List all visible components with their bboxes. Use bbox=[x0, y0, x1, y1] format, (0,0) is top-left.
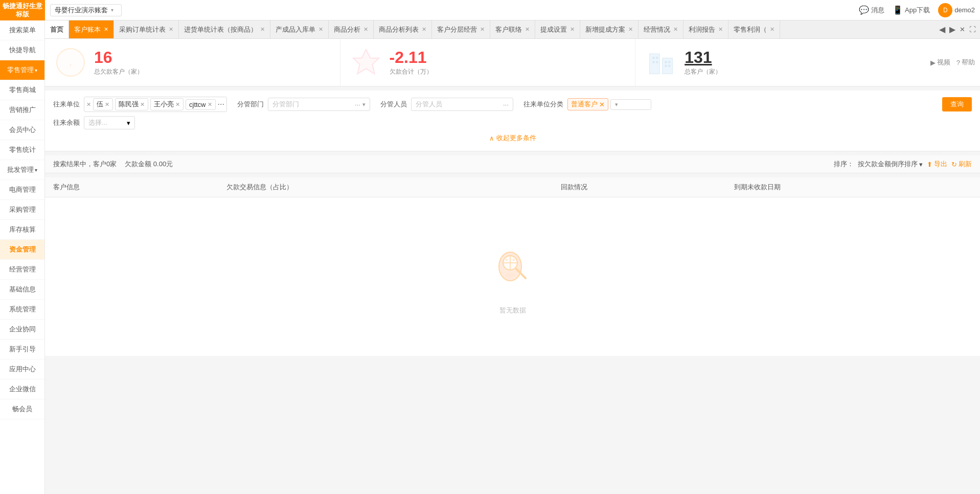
diamond-star-icon bbox=[351, 47, 381, 78]
tab-home[interactable]: 首页 bbox=[45, 20, 69, 39]
stat-overdue-amount: -2.11 欠款合计（万） bbox=[340, 39, 636, 86]
sidebar-item-guide[interactable]: 新手引导 bbox=[0, 340, 44, 360]
tab-customer-contact[interactable]: 客户联络 ✕ bbox=[490, 20, 535, 39]
query-button[interactable]: 查询 bbox=[942, 97, 972, 111]
tab-commission[interactable]: 提成设置 ✕ bbox=[535, 20, 580, 39]
collapse-btn[interactable]: ∧ 收起更多条件 bbox=[489, 133, 536, 143]
logo-text: 畅捷通好生意 标版 bbox=[3, 2, 42, 18]
sidebar-item-appstore[interactable]: 应用中心 bbox=[0, 360, 44, 379]
messages-button[interactable]: 💬 消息 bbox=[859, 5, 884, 15]
video-link[interactable]: ▶ 视频 bbox=[930, 58, 950, 67]
app-download-button[interactable]: 📱 App下载 bbox=[893, 5, 930, 15]
sidebar-item-search[interactable]: 搜索菜单 bbox=[0, 20, 44, 40]
svg-rect-12 bbox=[668, 64, 670, 66]
tab-customer-segment[interactable]: 客户分层经营 ✕ bbox=[432, 20, 490, 39]
svg-marker-2 bbox=[353, 50, 378, 74]
close-icon[interactable]: ✕ bbox=[318, 26, 323, 33]
close-icon[interactable]: ✕ bbox=[718, 26, 723, 33]
tab-inbound-stat[interactable]: 进货单统计表（按商品） ✕ bbox=[179, 20, 270, 39]
sidebar-item-vip[interactable]: 畅会员 bbox=[0, 399, 44, 419]
tab-close-all[interactable]: ✕ bbox=[959, 25, 966, 34]
remove-unit-cjttcw[interactable]: ✕ bbox=[208, 101, 212, 108]
remove-category[interactable]: ✕ bbox=[599, 101, 605, 108]
page-content: ¥ 16 总欠款客户（家） -2 bbox=[45, 39, 980, 494]
remove-all-unit-icon[interactable]: ✕ bbox=[86, 101, 91, 108]
close-icon[interactable]: ✕ bbox=[104, 26, 108, 33]
balance-dropdown[interactable]: 选择... ▾ bbox=[84, 116, 135, 129]
close-icon[interactable]: ✕ bbox=[628, 26, 633, 33]
sidebar-item-retail-stat[interactable]: 零售统计 bbox=[0, 140, 44, 160]
chevron-down-icon: ▾ bbox=[127, 119, 130, 127]
overdue-customers-label: 总欠款客户（家） bbox=[94, 68, 143, 76]
tab-purchase-order[interactable]: 采购订单统计表 ✕ bbox=[114, 20, 179, 39]
unit-label: 往来单位 bbox=[53, 100, 80, 109]
sidebar-item-ecommerce[interactable]: 电商管理 bbox=[0, 180, 44, 200]
sidebar-item-wechat[interactable]: 企业微信 bbox=[0, 379, 44, 399]
help-link[interactable]: ? 帮助 bbox=[956, 58, 975, 67]
person-select[interactable]: 分管人员 ··· bbox=[411, 98, 513, 111]
sidebar-item-retail-mall[interactable]: 零售商城 bbox=[0, 80, 44, 100]
department-select[interactable]: 分管部门 ··· ▾ bbox=[268, 98, 370, 111]
col-overdue-info: 欠款交易信息（占比） bbox=[218, 177, 553, 197]
store-selector[interactable]: 母婴行业演示账套 ▾ bbox=[50, 4, 122, 16]
tab-operation-status[interactable]: 经营情况 ✕ bbox=[639, 20, 683, 39]
tab-retail-profit[interactable]: 零售利润（ ✕ bbox=[728, 20, 780, 39]
overdue-amount-value: -2.11 bbox=[390, 49, 432, 65]
close-icon[interactable]: ✕ bbox=[480, 26, 485, 33]
category-select[interactable]: ▾ bbox=[610, 99, 651, 110]
filter-row-1: 往来单位 ✕ 伍 ✕ 陈民强 ✕ 王小亮 ✕ bbox=[53, 97, 972, 112]
close-icon[interactable]: ✕ bbox=[570, 26, 575, 33]
sidebar-item-operation[interactable]: 经营管理 bbox=[0, 260, 44, 280]
close-icon[interactable]: ✕ bbox=[363, 26, 368, 33]
svg-rect-10 bbox=[668, 61, 670, 63]
more-units-btn[interactable]: ··· bbox=[218, 100, 224, 109]
export-button[interactable]: ⬆ 导出 bbox=[927, 160, 947, 169]
category-tag-normal: 普通客户 ✕ bbox=[567, 98, 608, 110]
tab-accounts[interactable]: 客户账本 ✕ bbox=[69, 20, 114, 39]
close-icon[interactable]: ✕ bbox=[525, 26, 530, 33]
sidebar-item-finance[interactable]: 资金管理 bbox=[0, 240, 44, 260]
close-icon[interactable]: ✕ bbox=[260, 26, 265, 33]
avatar: D bbox=[938, 3, 952, 17]
sidebar-item-inventory[interactable]: 库存核算 bbox=[0, 220, 44, 240]
remove-unit-wang[interactable]: ✕ bbox=[175, 101, 180, 108]
results-bar: 搜索结果中，客户0家 欠款金额 0.00元 排序： 按欠款金额倒序排序 ▾ ⬆ … bbox=[45, 155, 980, 173]
message-icon: 💬 bbox=[859, 5, 869, 15]
svg-point-20 bbox=[513, 259, 515, 261]
sidebar-item-quick[interactable]: 快捷导航 bbox=[0, 40, 44, 60]
svg-point-0 bbox=[57, 49, 84, 76]
close-icon[interactable]: ✕ bbox=[673, 26, 678, 33]
sidebar-item-system[interactable]: 系统管理 bbox=[0, 300, 44, 320]
col-repayment: 回款情况 bbox=[553, 177, 726, 197]
close-icon[interactable]: ✕ bbox=[770, 26, 774, 33]
tab-nav-next[interactable]: ▶ bbox=[948, 24, 956, 35]
sort-select[interactable]: 按欠款金额倒序排序 ▾ bbox=[858, 160, 923, 169]
tab-nav-prev[interactable]: ◀ bbox=[938, 24, 946, 35]
yuan-circle-icon: ¥ bbox=[55, 47, 86, 78]
tab-goods-analysis[interactable]: 商品分析 ✕ bbox=[329, 20, 374, 39]
remove-unit-wu[interactable]: ✕ bbox=[105, 101, 109, 108]
sidebar-item-retail[interactable]: 零售管理 ▾ bbox=[0, 60, 44, 80]
svg-point-18 bbox=[505, 273, 515, 278]
close-icon[interactable]: ✕ bbox=[169, 26, 173, 33]
tab-new-commission[interactable]: 新增提成方案 ✕ bbox=[580, 20, 639, 39]
user-profile[interactable]: D demo2 bbox=[938, 3, 975, 17]
sidebar-item-basic[interactable]: 基础信息 bbox=[0, 280, 44, 300]
sidebar-item-wholesale[interactable]: 批发管理 ▾ bbox=[0, 160, 44, 180]
chevron-down-icon: ▾ bbox=[615, 101, 618, 108]
stat-overdue-customers: ¥ 16 总欠款客户（家） bbox=[45, 39, 340, 86]
sidebar-item-enterprise[interactable]: 企业协同 bbox=[0, 320, 44, 340]
building-icon bbox=[646, 47, 676, 78]
refresh-button[interactable]: ↻ 刷新 bbox=[951, 160, 972, 169]
sidebar-item-marketing[interactable]: 营销推广 bbox=[0, 100, 44, 120]
sidebar-item-member[interactable]: 会员中心 bbox=[0, 120, 44, 140]
sidebar-item-purchase[interactable]: 采购管理 bbox=[0, 200, 44, 220]
tab-production[interactable]: 产成品入库单 ✕ bbox=[270, 20, 329, 39]
empty-text: 暂无数据 bbox=[499, 306, 526, 315]
tab-goods-analysis-list[interactable]: 商品分析列表 ✕ bbox=[374, 20, 432, 39]
close-icon[interactable]: ✕ bbox=[422, 26, 426, 33]
tab-fullscreen[interactable]: ⛶ bbox=[968, 25, 977, 34]
remove-unit-chen[interactable]: ✕ bbox=[140, 101, 145, 108]
tab-profit-report[interactable]: 利润报告 ✕ bbox=[683, 20, 728, 39]
logo: 畅捷通好生意 标版 bbox=[0, 0, 45, 20]
